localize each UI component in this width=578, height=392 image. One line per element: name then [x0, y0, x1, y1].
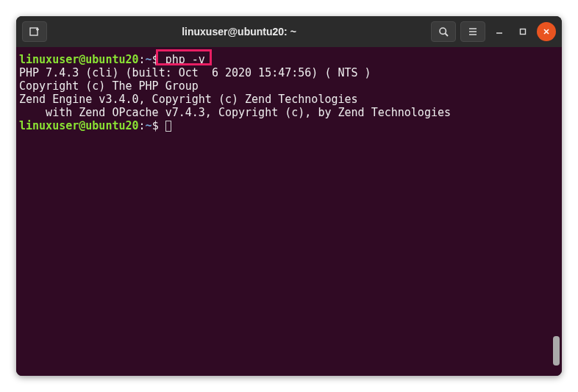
output-line: with Zend OPcache v7.4.3, Copyright (c),…: [19, 106, 559, 119]
maximize-button[interactable]: [513, 22, 532, 41]
terminal-window: linuxuser@ubuntu20: ~: [16, 16, 562, 376]
svg-rect-9: [521, 29, 526, 35]
search-button[interactable]: [431, 21, 456, 42]
search-icon: [438, 26, 449, 38]
cursor-gap: [159, 119, 165, 132]
new-tab-button[interactable]: [22, 21, 47, 42]
prompt-user: linuxuser@ubuntu20: [19, 53, 139, 66]
entered-command: php -v: [159, 53, 212, 66]
scrollbar-thumb[interactable]: [553, 336, 560, 366]
hamburger-icon: [468, 26, 478, 37]
prompt-path: ~: [146, 53, 152, 66]
prompt-line-1: linuxuser@ubuntu20:~$ php -v: [19, 53, 559, 66]
minimize-icon: [496, 28, 503, 35]
output-line: Zend Engine v3.4.0, Copyright (c) Zend T…: [19, 93, 559, 106]
titlebar: linuxuser@ubuntu20: ~: [16, 16, 562, 47]
prompt-symbol: $: [152, 53, 159, 66]
titlebar-left: [22, 21, 47, 42]
window-title: linuxuser@ubuntu20: ~: [51, 26, 427, 38]
prompt-sep: :: [139, 119, 146, 132]
svg-line-4: [445, 33, 448, 36]
prompt-line-2: linuxuser@ubuntu20:~$: [19, 119, 559, 132]
output-line: Copyright (c) The PHP Group: [19, 79, 559, 93]
titlebar-right: [431, 21, 556, 42]
close-icon: [543, 28, 550, 35]
output-line: PHP 7.4.3 (cli) (built: Oct 6 2020 15:47…: [19, 66, 559, 79]
prompt-user: linuxuser@ubuntu20: [19, 119, 139, 132]
minimize-button[interactable]: [490, 22, 509, 41]
terminal-body[interactable]: linuxuser@ubuntu20:~$ php -v PHP 7.4.3 (…: [16, 47, 562, 376]
prompt-symbol: $: [152, 119, 159, 132]
prompt-path: ~: [146, 119, 152, 132]
new-tab-icon: [29, 26, 40, 38]
menu-button[interactable]: [460, 21, 485, 42]
prompt-sep: :: [139, 53, 146, 66]
close-button[interactable]: [537, 22, 556, 41]
maximize-icon: [519, 28, 527, 35]
svg-point-3: [440, 28, 446, 34]
terminal-cursor: [165, 121, 171, 132]
